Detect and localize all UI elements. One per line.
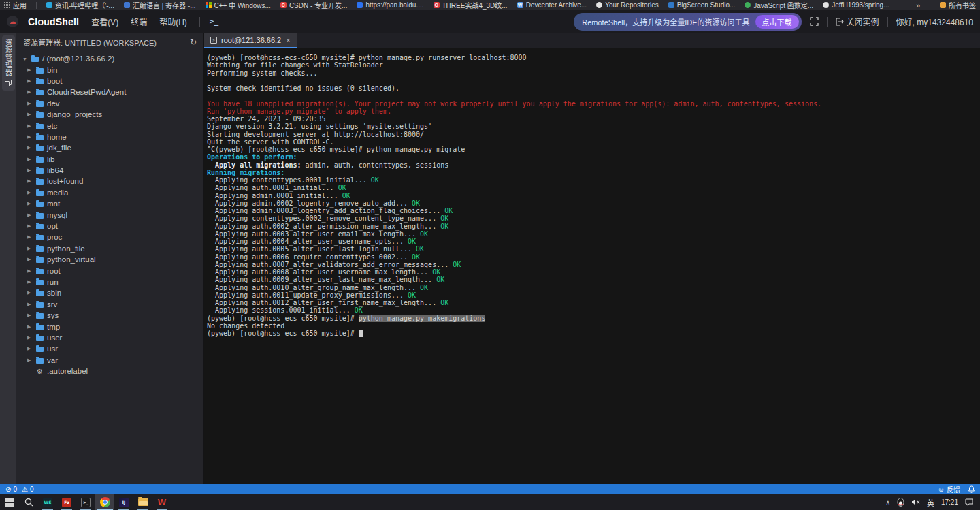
- chevron-right-icon[interactable]: ▶: [27, 335, 33, 340]
- bookmark-item[interactable]: https://pan.baidu....: [357, 0, 423, 10]
- tree-folder-item[interactable]: ▶etc: [16, 120, 203, 131]
- tree-folder-item[interactable]: ▶run: [16, 276, 203, 287]
- chevron-right-icon[interactable]: ▶: [27, 123, 33, 129]
- tree-folder-item[interactable]: ▶srv: [16, 299, 203, 310]
- tree-folder-item[interactable]: ▶usr: [16, 343, 203, 354]
- chevron-right-icon[interactable]: ▶: [27, 290, 33, 296]
- chevron-right-icon[interactable]: ▶: [27, 178, 33, 184]
- chevron-right-icon[interactable]: ▶: [27, 112, 33, 117]
- tree-folder-item[interactable]: ▶boot: [16, 76, 203, 86]
- chevron-right-icon[interactable]: ▶: [27, 346, 33, 351]
- chevron-right-icon[interactable]: ▶: [27, 234, 33, 240]
- feedback-button[interactable]: ☺ 反馈: [938, 484, 960, 494]
- chevron-right-icon[interactable]: ▶: [27, 357, 33, 363]
- chevron-right-icon[interactable]: ▶: [27, 257, 33, 262]
- chevron-right-icon[interactable]: ▶: [27, 134, 33, 140]
- bookmark-item[interactable]: CCSDN - 专业开发...: [280, 0, 348, 10]
- chevron-right-icon[interactable]: ▶: [27, 246, 33, 251]
- tree-folder-item[interactable]: ▶opt: [16, 221, 203, 232]
- terminal-output[interactable]: (pyweb) [root@hcss-ecs-c650 mysite]# pyt…: [204, 48, 980, 484]
- chevron-right-icon[interactable]: ▶: [27, 145, 33, 150]
- tree-folder-item[interactable]: ▶lost+found: [16, 176, 203, 187]
- volume-muted-icon[interactable]: [911, 498, 920, 506]
- taskbar-start-button[interactable]: [0, 494, 19, 510]
- chevron-right-icon[interactable]: ▶: [27, 168, 33, 173]
- taskbar-cmd-button[interactable]: >_: [76, 494, 95, 510]
- bookmark-item[interactable]: Your Repositories: [596, 0, 659, 10]
- chevron-right-icon[interactable]: ▶: [27, 78, 33, 84]
- menu-item[interactable]: 查看(V): [88, 14, 121, 29]
- tree-folder-item[interactable]: ▶root: [16, 265, 203, 276]
- qq-icon[interactable]: [897, 498, 904, 507]
- tree-folder-item[interactable]: ▶dev: [16, 98, 203, 109]
- taskbar-search-button[interactable]: [19, 494, 38, 510]
- terminal-tab[interactable]: > root@121.36.66.2 ×: [204, 33, 297, 48]
- tree-folder-item[interactable]: ▶sys: [16, 310, 203, 321]
- chevron-right-icon[interactable]: ▶: [27, 101, 33, 106]
- tree-folder-item[interactable]: ▶python_virtual: [16, 254, 203, 265]
- tree-folder-item[interactable]: ▶python_file: [16, 243, 203, 254]
- tree-folder-item[interactable]: ▶user: [16, 332, 203, 343]
- menu-item[interactable]: 终端: [128, 14, 150, 29]
- tree-folder-item[interactable]: ▶lib64: [16, 165, 203, 176]
- tree-folder-item[interactable]: ▶django_projects: [16, 109, 203, 120]
- tree-folder-item[interactable]: ▶bin: [16, 64, 203, 75]
- tree-folder-item[interactable]: ▶mnt: [16, 198, 203, 209]
- chevron-right-icon[interactable]: ▶: [27, 190, 33, 195]
- tree-folder-item[interactable]: ▶tmp: [16, 321, 203, 332]
- problems-indicator[interactable]: ⊘ 0 ⚠ 0: [5, 485, 33, 493]
- action-center-icon[interactable]: [965, 498, 973, 506]
- tree-folder-item[interactable]: ▶var: [16, 355, 203, 366]
- tree-file-item[interactable]: ⚙.autorelabel: [16, 366, 203, 377]
- tray-expand-chevron[interactable]: ∧: [885, 499, 890, 506]
- bookmark-item[interactable]: C++ 中 Windows...: [206, 0, 271, 10]
- bookmark-item[interactable]: BigScreen Studio...: [668, 0, 736, 10]
- chevron-right-icon[interactable]: ▶: [27, 324, 33, 330]
- chevron-right-icon[interactable]: ▶: [27, 89, 33, 95]
- refresh-icon[interactable]: ↻: [190, 37, 197, 47]
- chevron-right-icon[interactable]: ▶: [27, 268, 33, 274]
- chevron-right-icon[interactable]: ▶: [27, 201, 33, 206]
- taskbar-intellij-button[interactable]: IJ: [114, 494, 133, 510]
- tree-root-item[interactable]: ▼/ (root@121.36.66.2): [16, 53, 203, 64]
- bookmark-item[interactable]: CTHREE实战4_3D纹...: [434, 0, 508, 10]
- taskbar-chrome-button[interactable]: [95, 494, 114, 510]
- bookmark-item[interactable]: WDevcenter Archive...: [517, 0, 587, 10]
- bookmarks-overflow-chevron[interactable]: »: [916, 1, 920, 10]
- clock[interactable]: 17:21: [941, 498, 958, 506]
- tree-folder-item[interactable]: ▶mysql: [16, 209, 203, 220]
- chevron-down-icon[interactable]: ▼: [22, 57, 28, 61]
- chevron-right-icon[interactable]: ▶: [27, 223, 33, 229]
- chevron-right-icon[interactable]: ▶: [27, 302, 33, 307]
- chevron-right-icon[interactable]: ▶: [27, 212, 33, 218]
- all-bookmarks[interactable]: 所有书签: [940, 0, 976, 10]
- taskbar-filezilla-button[interactable]: Fz: [57, 494, 76, 510]
- tree-folder-item[interactable]: ▶CloudrResetPwdAgent: [16, 86, 203, 97]
- notifications-bell[interactable]: [968, 485, 975, 493]
- taskbar-webstorm-button[interactable]: WS: [38, 494, 57, 510]
- menu-item[interactable]: 帮助(H): [157, 14, 190, 29]
- tree-folder-item[interactable]: ▶jdk_file: [16, 142, 203, 153]
- chevron-right-icon[interactable]: ▶: [27, 67, 33, 73]
- taskbar-explorer-button[interactable]: [133, 494, 152, 510]
- apps-shortcut[interactable]: 应用: [4, 0, 27, 10]
- tree-folder-item[interactable]: ▶sbin: [16, 287, 203, 298]
- taskbar-wps-button[interactable]: W: [152, 494, 172, 510]
- activity-tab-explorer[interactable]: 资源管理器: [2, 35, 15, 91]
- bookmark-item[interactable]: 汇编语言 | 寄存器 -...: [124, 0, 196, 10]
- bookmark-item[interactable]: 资讯-哔哩哔哩（'-...: [46, 0, 114, 10]
- tree-folder-item[interactable]: ▶media: [16, 187, 203, 198]
- tree-folder-item[interactable]: ▶home: [16, 131, 203, 142]
- chevron-right-icon[interactable]: ▶: [27, 279, 33, 285]
- tree-folder-item[interactable]: ▶lib: [16, 154, 203, 165]
- tree-folder-item[interactable]: ▶proc: [16, 232, 203, 242]
- new-terminal-icon[interactable]: >_: [210, 17, 218, 26]
- input-language[interactable]: 英: [927, 497, 934, 508]
- chevron-right-icon[interactable]: ▶: [27, 313, 33, 318]
- close-instance-button[interactable]: 关闭实例: [836, 16, 879, 27]
- tab-close-icon[interactable]: ×: [285, 36, 291, 44]
- chevron-right-icon[interactable]: ▶: [27, 157, 33, 162]
- fullscreen-button[interactable]: [810, 17, 819, 26]
- download-button[interactable]: 点击下载: [755, 15, 799, 29]
- bookmark-item[interactable]: JeffLi1993/spring...: [823, 0, 889, 10]
